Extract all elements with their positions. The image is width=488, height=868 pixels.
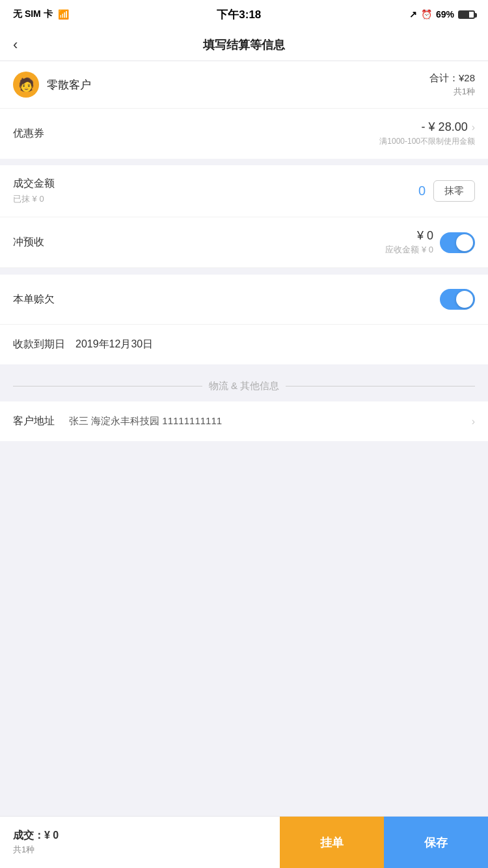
prepayment-left: 冲预收 [13, 236, 65, 249]
save-button[interactable]: 保存 [384, 817, 488, 869]
address-row[interactable]: 客户地址 张三 海淀永丰科技园 11111111111 › [0, 401, 488, 441]
page-title: 填写结算等信息 [203, 37, 285, 53]
avatar: 🧑 [13, 72, 39, 98]
status-right: ↗ ⏰ 69% [409, 9, 475, 20]
item-count: 共1种 [429, 86, 475, 98]
alarm-icon: ⏰ [421, 9, 432, 20]
wifi-icon: 📶 [58, 9, 69, 20]
back-button[interactable]: ‹ [13, 36, 18, 53]
debit-row: 本单赊欠 [0, 275, 488, 324]
prepayment-sub: 应收金额 ¥ 0 [385, 244, 433, 256]
transaction-amount-value[interactable]: 0 [406, 183, 426, 198]
battery-percent: 69% [436, 9, 454, 20]
customer-right: 合计：¥28 共1种 [429, 72, 475, 98]
coupon-label: 优惠券 [13, 127, 44, 141]
status-left: 无 SIM 卡 📶 [13, 8, 69, 20]
bottom-count: 共1种 [13, 844, 267, 856]
transaction-amount-label: 成交金额 [13, 177, 65, 191]
bottom-bar: 成交：¥ 0 共1种 挂单 保存 [0, 816, 488, 868]
due-date-label: 收款到期日 [13, 338, 65, 351]
pending-button[interactable]: 挂单 [280, 817, 384, 869]
transaction-amount-left: 成交金额 已抹 ¥ 0 [13, 177, 65, 205]
prepayment-right: ¥ 0 应收金额 ¥ 0 [385, 229, 475, 256]
transaction-card: 成交金额 已抹 ¥ 0 0 抹零 冲预收 ¥ 0 应收金额 ¥ 0 [0, 165, 488, 268]
address-value: 张三 海淀永丰科技园 11111111111 [69, 415, 472, 427]
due-date-value[interactable]: 2019年12月30日 [75, 338, 153, 351]
prepayment-toggle[interactable] [440, 232, 475, 253]
due-date-row: 收款到期日 2019年12月30日 [0, 324, 488, 364]
nav-bar: ‹ 填写结算等信息 [0, 29, 488, 61]
bottom-info: 成交：¥ 0 共1种 [0, 829, 280, 856]
debit-card: 本单赊欠 收款到期日 2019年12月30日 [0, 275, 488, 364]
avatar-icon: 🧑 [18, 77, 34, 92]
round-off-button[interactable]: 抹零 [433, 180, 475, 202]
address-chevron: › [472, 416, 475, 427]
prepayment-row: 冲预收 ¥ 0 应收金额 ¥ 0 [0, 217, 488, 268]
coupon-right: - ¥ 28.00 › 满1000-100不限制使用金额 [379, 120, 475, 147]
prepayment-amount-col: ¥ 0 应收金额 ¥ 0 [385, 229, 433, 256]
coupon-chevron: › [472, 122, 475, 133]
logistics-label: 物流 & 其他信息 [209, 380, 279, 392]
transaction-amount-row: 成交金额 已抹 ¥ 0 0 抹零 [0, 165, 488, 217]
prepayment-amount: ¥ 0 [385, 229, 433, 243]
bottom-total-label: 成交： [13, 830, 44, 841]
transaction-amount-right: 0 抹零 [406, 180, 475, 202]
customer-left: 🧑 零散客户 [13, 72, 91, 98]
coupon-desc: 满1000-100不限制使用金额 [379, 136, 475, 147]
debit-label: 本单赊欠 [13, 293, 55, 306]
customer-row: 🧑 零散客户 合计：¥28 共1种 [0, 61, 488, 108]
bottom-total: 成交：¥ 0 [13, 829, 267, 843]
status-bar: 无 SIM 卡 📶 下午3:18 ↗ ⏰ 69% [0, 0, 488, 29]
address-label: 客户地址 [13, 414, 59, 428]
logistics-section: 物流 & 其他信息 [0, 371, 488, 401]
content: 🧑 零散客户 合计：¥28 共1种 优惠券 - ¥ 28.00 › 满1000-… [0, 61, 488, 513]
total-label: 合计：¥28 [429, 72, 475, 85]
battery-icon [458, 10, 475, 19]
logistics-line: 物流 & 其他信息 [13, 380, 475, 392]
customer-name: 零散客户 [47, 77, 91, 92]
customer-card: 🧑 零散客户 合计：¥28 共1种 优惠券 - ¥ 28.00 › 满1000-… [0, 61, 488, 159]
bottom-total-value: ¥ 0 [44, 830, 59, 841]
transaction-amount-sub: 已抹 ¥ 0 [13, 193, 65, 205]
location-icon: ↗ [409, 9, 417, 20]
no-sim-text: 无 SIM 卡 [13, 8, 53, 20]
coupon-discount: - ¥ 28.00 [422, 120, 468, 134]
address-card: 客户地址 张三 海淀永丰科技园 11111111111 › [0, 401, 488, 441]
debit-toggle[interactable] [440, 289, 475, 310]
prepayment-label: 冲预收 [13, 236, 65, 249]
coupon-row[interactable]: 优惠券 - ¥ 28.00 › 满1000-100不限制使用金额 [0, 108, 488, 159]
status-time: 下午3:18 [217, 7, 261, 22]
